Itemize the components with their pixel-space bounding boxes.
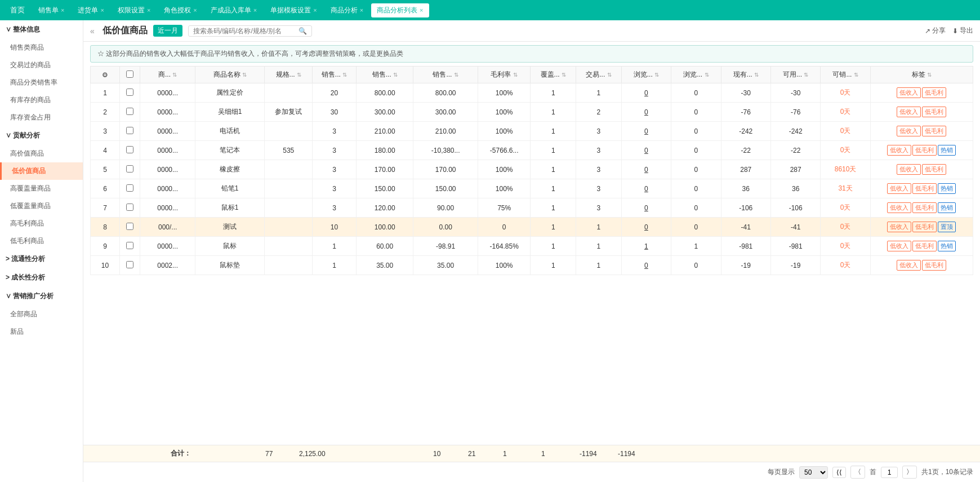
col-browse2[interactable]: 浏览... ⇅ <box>671 67 721 83</box>
nav-analysis[interactable]: 商品分析× <box>325 3 369 17</box>
close-analysis-list-icon[interactable]: × <box>420 7 423 14</box>
nav-permission[interactable]: 权限设置× <box>112 3 156 17</box>
sidebar-item-high-coverage[interactable]: 高覆盖量商品 <box>0 180 83 197</box>
cell-browse1[interactable]: 0 <box>621 83 671 103</box>
page-size-select[interactable]: 50 20 100 <box>799 466 828 479</box>
cell-browse1[interactable]: 0 <box>621 218 671 237</box>
cell-checkbox[interactable] <box>120 103 140 122</box>
row-checkbox[interactable] <box>126 146 133 153</box>
search-icon[interactable]: 🔍 <box>299 27 307 35</box>
row-checkbox[interactable] <box>126 223 133 230</box>
cell-checkbox[interactable] <box>120 160 140 179</box>
row-checkbox[interactable] <box>126 204 133 211</box>
sidebar-item-low-margin[interactable]: 低毛利商品 <box>0 232 83 250</box>
close-template-icon[interactable]: × <box>313 7 317 14</box>
col-spec[interactable]: 规格... ⇅ <box>265 67 313 83</box>
row-checkbox[interactable] <box>126 108 133 115</box>
table-wrapper[interactable]: ⚙ 商... ⇅ 商品名称 ⇅ 规格... ⇅ 销售... ⇅ 销售... ⇅ … <box>83 66 980 445</box>
nav-sales[interactable]: 销售单× <box>33 3 70 17</box>
browse1-link[interactable]: 0 <box>644 108 648 116</box>
nav-product-in[interactable]: 产成品入库单× <box>205 3 262 17</box>
browse1-link[interactable]: 0 <box>644 223 648 231</box>
next-page-button[interactable]: 〉 <box>902 466 917 479</box>
nav-purchase[interactable]: 进货单× <box>72 3 109 17</box>
cell-checkbox[interactable] <box>120 83 140 103</box>
sidebar-group-liquidity[interactable]: > 流通性分析 <box>0 250 83 268</box>
col-sales1[interactable]: 销售... ⇅ <box>357 67 413 83</box>
nav-home[interactable]: 首页 <box>5 3 30 17</box>
prev-page-button[interactable]: 〈 <box>850 466 865 479</box>
sidebar-item-stock-funds[interactable]: 库存资金占用 <box>0 109 83 126</box>
close-product-in-icon[interactable]: × <box>253 7 257 14</box>
browse1-link[interactable]: 0 <box>644 127 648 135</box>
cell-browse1[interactable]: 0 <box>621 198 671 218</box>
nav-template[interactable]: 单据模板设置× <box>265 3 322 17</box>
browse1-link[interactable]: 0 <box>644 89 648 97</box>
cell-browse1[interactable]: 0 <box>621 141 671 160</box>
sidebar-item-sales-goods[interactable]: 销售类商品 <box>0 39 83 56</box>
col-sales2[interactable]: 销售... ⇅ <box>413 67 478 83</box>
close-sales-icon[interactable]: × <box>61 7 64 14</box>
col-code[interactable]: 商... ⇅ <box>140 67 195 83</box>
row-checkbox[interactable] <box>126 242 133 249</box>
col-rate[interactable]: 毛利率 ⇅ <box>478 67 531 83</box>
sidebar-item-high-margin[interactable]: 高毛利商品 <box>0 215 83 232</box>
col-name[interactable]: 商品名称 ⇅ <box>195 67 265 83</box>
browse1-link[interactable]: 0 <box>644 147 648 154</box>
cell-browse1[interactable]: 1 <box>621 237 671 256</box>
col-current[interactable]: 现有... ⇅ <box>721 67 770 83</box>
col-settings[interactable]: ⚙ <box>91 67 120 83</box>
close-purchase-icon[interactable]: × <box>100 7 104 14</box>
row-checkbox[interactable] <box>126 261 133 268</box>
cell-checkbox[interactable] <box>120 122 140 141</box>
sidebar-group-growth[interactable]: > 成长性分析 <box>0 268 83 287</box>
sidebar-group-marketing[interactable]: ∨ 营销推广分析 <box>0 287 83 306</box>
col-checkbox[interactable] <box>120 67 140 83</box>
sidebar-item-all-goods[interactable]: 全部商品 <box>0 306 83 323</box>
col-tags[interactable]: 标签 ⇅ <box>870 67 973 83</box>
col-available[interactable]: 可用... ⇅ <box>770 67 820 83</box>
nav-analysis-list[interactable]: 商品分析列表× <box>371 3 429 17</box>
cell-browse1[interactable]: 0 <box>621 103 671 122</box>
share-button[interactable]: ↗ 分享 <box>925 26 946 36</box>
browse1-link[interactable]: 0 <box>644 166 648 174</box>
cell-checkbox[interactable] <box>120 141 140 160</box>
cell-browse1[interactable]: 0 <box>621 256 671 275</box>
cell-checkbox[interactable] <box>120 256 140 275</box>
first-page-button[interactable]: ⟨⟨ <box>832 467 846 478</box>
row-checkbox[interactable] <box>126 89 133 96</box>
col-saleable[interactable]: 可销... ⇅ <box>821 67 870 83</box>
col-browse1[interactable]: 浏览... ⇅ <box>621 67 671 83</box>
cell-checkbox[interactable] <box>120 179 140 198</box>
collapse-sidebar-button[interactable]: « <box>90 26 95 36</box>
sidebar-group-overall[interactable]: ∨ 整体信息 <box>0 20 83 39</box>
cell-browse1[interactable]: 0 <box>621 160 671 179</box>
row-checkbox[interactable] <box>126 127 133 134</box>
sidebar-item-low-coverage[interactable]: 低覆盖量商品 <box>0 197 83 215</box>
cell-browse1[interactable]: 0 <box>621 179 671 198</box>
sidebar-item-low-value[interactable]: 低价值商品 <box>0 162 83 180</box>
nav-role[interactable]: 角色授权× <box>158 3 202 17</box>
cell-browse1[interactable]: 0 <box>621 122 671 141</box>
cell-checkbox[interactable] <box>120 218 140 237</box>
browse1-link[interactable]: 0 <box>644 262 648 269</box>
search-input[interactable] <box>193 27 299 35</box>
sidebar-item-traded-goods[interactable]: 交易过的商品 <box>0 56 83 74</box>
col-qty[interactable]: 销售... ⇅ <box>312 67 356 83</box>
export-button[interactable]: ⬇ 导出 <box>952 26 973 36</box>
sidebar-item-high-value[interactable]: 高价值商品 <box>0 145 83 162</box>
row-checkbox[interactable] <box>126 165 133 173</box>
browse1-link[interactable]: 0 <box>644 185 648 193</box>
close-role-icon[interactable]: × <box>193 7 197 14</box>
close-permission-icon[interactable]: × <box>147 7 150 14</box>
select-all-checkbox[interactable] <box>126 70 133 78</box>
cell-checkbox[interactable] <box>120 237 140 256</box>
col-cover[interactable]: 覆盖... ⇅ <box>531 67 576 83</box>
sidebar-item-new-goods[interactable]: 新品 <box>0 323 83 341</box>
date-filter-badge[interactable]: 近一月 <box>153 25 182 37</box>
browse1-link[interactable]: 1 <box>644 242 648 250</box>
sidebar-group-contribution[interactable]: ∨ 贡献分析 <box>0 126 83 145</box>
browse1-link[interactable]: 0 <box>644 204 648 212</box>
sidebar-item-category-rate[interactable]: 商品分类销售率 <box>0 74 83 91</box>
row-checkbox[interactable] <box>126 184 133 192</box>
